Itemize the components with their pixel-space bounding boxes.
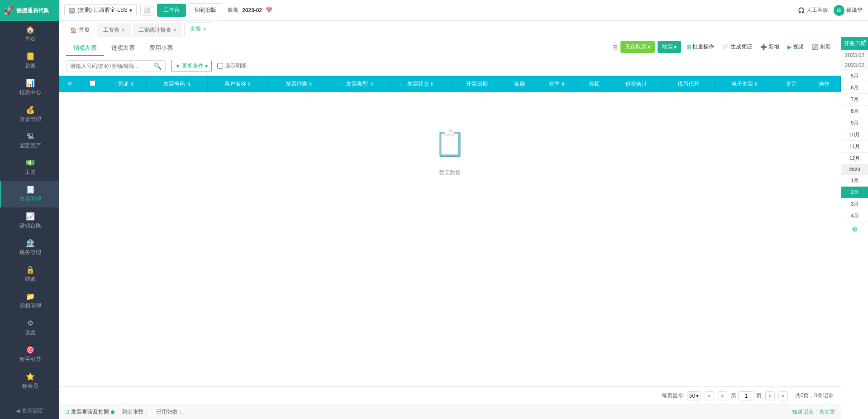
sidebar-item-member[interactable]: ⭐ 畅会员 (0, 368, 59, 395)
col-settings[interactable]: ⚙ (59, 76, 81, 92)
col-action: 操作 (808, 76, 840, 92)
select-all-checkbox[interactable] (90, 80, 95, 86)
close-panel-button[interactable]: ✕ (863, 38, 867, 44)
date-month-10[interactable]: 10月 (841, 129, 868, 141)
first-page-button[interactable]: « (705, 391, 714, 400)
date-month-5[interactable]: 5月 (841, 70, 868, 82)
date-month-6[interactable]: 6月 (841, 82, 868, 94)
used-label: 已用张数： (156, 408, 183, 416)
sidebar-item-guide[interactable]: 🎯 新手引导 (0, 341, 59, 368)
last-page-button[interactable]: » (778, 391, 788, 400)
remaining-text: 剩余张数： (122, 409, 149, 415)
date-month-8[interactable]: 8月 (841, 106, 868, 117)
sidebar-item-home[interactable]: 🏠 首页 (0, 21, 59, 48)
user-info[interactable]: 徐 徐溢华 (834, 5, 863, 16)
home-icon: 🏠 (26, 25, 35, 34)
sidebar-item-funds[interactable]: 💰 资金管理 (0, 101, 59, 128)
col-customer[interactable]: 客户名称 ⇅ (207, 76, 268, 92)
sidebar-item-reports[interactable]: 📊 报表中心 (0, 74, 59, 101)
date-month-1[interactable]: 1月 (841, 175, 868, 187)
more-filter-button[interactable]: ▼ 更多条件 ▾ (171, 60, 212, 72)
empty-state: 暂无数据 (59, 92, 841, 213)
no-ticket-button[interactable]: 无色取票 ▾ (620, 41, 655, 53)
sub-tab-expense-receipt[interactable]: 费用小票 (142, 41, 180, 56)
sidebar-item-label: 进销台账 (19, 222, 41, 230)
tab-close-icon[interactable]: ✕ (173, 28, 176, 33)
sidebar-item-close[interactable]: 🔒 结账 (0, 261, 59, 288)
sidebar-item-label: 总账 (25, 62, 36, 70)
col-e-invoice[interactable]: 电子发票 ⇅ (714, 76, 775, 92)
add-record-link[interactable]: 知道记录 (792, 408, 814, 416)
date-year-2023-02-2[interactable]: 2023.02 (841, 60, 868, 70)
new-button[interactable]: ➕ 新增 (758, 41, 782, 53)
gen-voucher-button[interactable]: 📄 生成凭证 (720, 41, 755, 53)
search-icon[interactable]: 🔍 (154, 63, 162, 70)
sidebar-item-salary[interactable]: 💵 工资 (0, 154, 59, 181)
collapse-label: 收消固定 (22, 407, 43, 414)
date-month-2-active[interactable]: 2月 (841, 187, 868, 198)
date-year-2023-02-1[interactable]: 2023.02 (841, 50, 868, 60)
more-filter-label: 更多条件 (182, 62, 204, 70)
sidebar-collapse-btn[interactable]: ◀ 收消固定 (0, 402, 59, 419)
tab-invoice[interactable]: 发票 ✕ (184, 22, 212, 37)
topbar: 🏢 (勿删) 江西股宝-LSS ▾ ⬜ 工作台 切到旧版 账期 2023-02 … (59, 0, 868, 21)
salary-icon: 💵 (26, 159, 35, 167)
tab-home[interactable]: 🏠 首页 (64, 23, 95, 37)
tab-salary-table[interactable]: 工资表 ✕ (97, 23, 131, 37)
show-detail-input[interactable] (217, 63, 223, 69)
sub-tab-sales-invoice[interactable]: 销项发票 (66, 41, 104, 56)
sidebar-item-settings[interactable]: ⚙ 设置 (0, 314, 59, 341)
sidebar-item-invoice[interactable]: 🧾 发票管理 (0, 181, 59, 207)
sidebar-item-archive[interactable]: 📁 归档管理 (0, 288, 59, 314)
col-invoice-category[interactable]: 发票类型 ⇅ (329, 76, 391, 92)
sidebar-item-sales[interactable]: 📈 进销台账 (0, 207, 59, 234)
sidebar-item-label: 归档管理 (19, 302, 41, 310)
date-month-9[interactable]: 9月 (841, 117, 868, 129)
copy-button[interactable]: ⬜ (140, 5, 153, 16)
video-button[interactable]: ▶ 视频 (785, 41, 806, 53)
col-tax-rate[interactable]: 税率 ⇅ (536, 76, 577, 92)
expand-more-button[interactable]: ⊕ (841, 222, 868, 236)
page-input[interactable] (738, 391, 754, 400)
tab-close-active-icon[interactable]: ✕ (203, 27, 206, 32)
table-wrap: ⚙ 凭证 ⇅ 发票号码 ⇅ 客户名称 ⇅ 发票种类 ⇅ 发票类型 ⇅ 发票状态 … (59, 76, 841, 386)
search-input[interactable] (70, 63, 152, 69)
page-size-label: 每页显示 (662, 392, 683, 400)
col-invoice-type[interactable]: 发票种类 ⇅ (268, 76, 329, 92)
sort-icon: ⇅ (370, 82, 373, 87)
tab-salary-stats[interactable]: 工资统计报表 ✕ (133, 23, 182, 37)
col-invoice-no[interactable]: 发票号码 ⇅ (147, 76, 208, 92)
batch-ops-button[interactable]: ⊞ 批量操作 (684, 41, 717, 53)
show-detail-checkbox[interactable]: 显示明细 (217, 62, 247, 70)
ticket-button[interactable]: 取票 ▾ (658, 41, 681, 53)
workbench-button[interactable]: 工作台 (157, 4, 186, 17)
tab-close-icon[interactable]: ✕ (121, 28, 125, 33)
col-checkbox[interactable] (81, 76, 105, 92)
date-month-4[interactable]: 4月 (841, 210, 868, 222)
prev-page-button[interactable]: < (718, 391, 727, 400)
sidebar-item-label: 报表中心 (19, 89, 41, 96)
date-month-3[interactable]: 3月 (841, 198, 868, 210)
date-month-11[interactable]: 11月 (841, 141, 868, 153)
sidebar-item-label: 设置 (25, 329, 36, 337)
date-month-7[interactable]: 7月 (841, 94, 868, 106)
go-right-link[interactable]: 去右筹 (819, 408, 835, 416)
next-page-button[interactable]: > (765, 391, 775, 400)
sidebar-item-tax[interactable]: 🏦 税务管理 (0, 234, 59, 261)
collapse-icon: ◀ (16, 408, 20, 414)
refresh-button[interactable]: 🔄 刷新 (809, 41, 834, 53)
reports-icon: 📊 (26, 79, 35, 87)
date-month-12[interactable]: 12月 (841, 153, 868, 164)
switch-version-button[interactable]: 切到旧版 (190, 3, 221, 17)
col-voucher[interactable]: 凭证 ⇅ (105, 76, 146, 92)
tab-label: 发票 (190, 25, 201, 33)
company-selector[interactable]: 🏢 (勿删) 江西股宝-LSS ▾ (64, 4, 137, 16)
company-name: 江西股宝-LSS (94, 6, 128, 14)
service-button[interactable]: 🎧 人工客服 (798, 6, 828, 14)
page-size-select[interactable]: 50 ▾ (687, 391, 701, 400)
date-panel-header[interactable]: 开账日期 ✕ (841, 37, 868, 50)
col-invoice-status[interactable]: 发票状态 ⇅ (390, 76, 451, 92)
sidebar-item-ledger[interactable]: 📒 总账 (0, 48, 59, 74)
sub-tab-purchase-invoice[interactable]: 进项发票 (104, 41, 142, 56)
sidebar-item-assets[interactable]: 🏗 固定资产 (0, 128, 59, 154)
